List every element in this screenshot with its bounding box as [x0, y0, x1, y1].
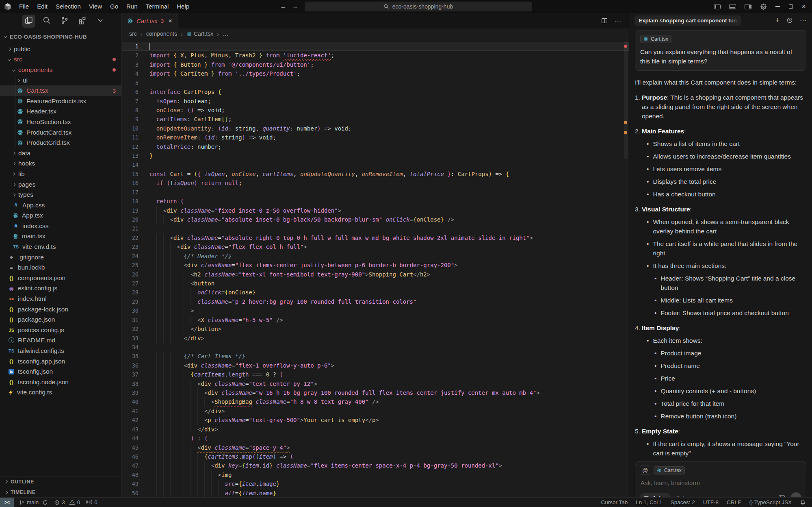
- code-line-7[interactable]: 7isOpen: boolean;: [122, 97, 629, 106]
- settings-gear-icon[interactable]: [760, 3, 767, 10]
- code-line-11[interactable]: 11onRemoveItem: (id: string) => void;: [122, 133, 629, 142]
- code-line-50[interactable]: 50alt={item.name}: [122, 489, 629, 497]
- file-bun-lockb[interactable]: ≡bun.lockb: [0, 262, 121, 273]
- chat-input[interactable]: @ Cart.tsx Ask, learn, brainstorm: [635, 461, 806, 497]
- code-line-15[interactable]: 15const Cart = ({ isOpen, onClose, cartI…: [122, 170, 629, 178]
- mode-selector[interactable]: Ask: [640, 493, 671, 497]
- new-chat-icon[interactable]: +: [775, 17, 780, 24]
- code-line-32[interactable]: 32</button>: [122, 324, 629, 333]
- status-cursor-tab[interactable]: Cursor Tab: [601, 499, 628, 505]
- file-app-tsx[interactable]: App.tsx: [0, 211, 121, 221]
- breadcrumb-item-cart.tsx[interactable]: Cart.tsx: [186, 30, 213, 37]
- file-package-lock-json[interactable]: {}package-lock.json: [0, 304, 121, 315]
- code-line-18[interactable]: 18return (: [122, 197, 629, 206]
- input-context-chip[interactable]: Cart.tsx: [654, 466, 685, 474]
- code-line-24[interactable]: 24{/* Header */}: [122, 252, 629, 261]
- folder-hooks[interactable]: hooks: [0, 159, 121, 169]
- pane-outline[interactable]: OUTLINE: [0, 476, 121, 487]
- bell-icon[interactable]: [800, 499, 806, 505]
- send-button[interactable]: ↑: [790, 492, 801, 497]
- status-crlf[interactable]: CRLF: [727, 499, 741, 505]
- file-cart-tsx[interactable]: Cart.tsx3: [0, 85, 121, 96]
- file-herosection-tsx[interactable]: HeroSection.tsx: [0, 117, 121, 127]
- code-line-48[interactable]: 48<img: [122, 470, 629, 479]
- chat-more-icon[interactable]: ⋯: [800, 17, 807, 24]
- split-editor-icon[interactable]: [601, 17, 608, 24]
- folder-data[interactable]: data: [0, 148, 121, 159]
- model-selector[interactable]: Auto: [676, 495, 692, 497]
- code-line-20[interactable]: 20<div className="absolute inset-0 bg-bl…: [122, 215, 629, 224]
- code-line-26[interactable]: 26<h2 className="text-xl font-semibold t…: [122, 270, 629, 279]
- window-maximize-icon[interactable]: [789, 4, 793, 9]
- scrollbar-thumb[interactable]: [624, 41, 628, 159]
- code-line-25[interactable]: 25<div className="flex items-center just…: [122, 261, 629, 270]
- code-line-40[interactable]: 40<ShoppingBag className="h-8 w-8 text-g…: [122, 397, 629, 406]
- code-line-21[interactable]: 21: [122, 224, 629, 233]
- toggle-panel-icon[interactable]: [729, 4, 736, 9]
- code-line-34[interactable]: 34: [122, 343, 629, 352]
- breadcrumb-item-more[interactable]: …: [223, 30, 228, 37]
- remote-indicator[interactable]: ><: [0, 498, 14, 507]
- folder-components[interactable]: components: [0, 65, 121, 75]
- nav-forward-icon[interactable]: →: [292, 3, 299, 10]
- activity-search[interactable]: [39, 15, 54, 28]
- attach-image-icon[interactable]: [778, 494, 785, 497]
- folder-lib[interactable]: lib: [0, 169, 121, 179]
- menu-go[interactable]: Go: [106, 0, 122, 13]
- code-line-39[interactable]: 39<div className="w-16 h-16 bg-gray-100 …: [122, 388, 629, 397]
- tab-cart-tsx[interactable]: Cart.tsx 3 ×: [122, 13, 178, 28]
- code-line-3[interactable]: 3import { Button } from '@/components/ui…: [122, 60, 629, 69]
- code-line-5[interactable]: 5: [122, 78, 629, 87]
- code-line-1[interactable]: 1: [122, 42, 629, 51]
- menu-help[interactable]: Help: [173, 0, 193, 13]
- code-line-49[interactable]: 49src={item.image}: [122, 479, 629, 488]
- code-line-36[interactable]: 36<div className="flex-1 overflow-y-auto…: [122, 361, 629, 370]
- toggle-secondary-sidebar-icon[interactable]: [745, 4, 751, 9]
- code-line-37[interactable]: 37{cartItems.length === 0 ? (: [122, 370, 629, 379]
- status-spaces-2[interactable]: Spaces: 2: [671, 499, 695, 505]
- code-line-19[interactable]: 19<div className="fixed inset-0 z-50 ove…: [122, 206, 629, 215]
- nav-back-icon[interactable]: ←: [280, 3, 287, 10]
- git-branch-status[interactable]: main: [19, 499, 48, 505]
- menu-run[interactable]: Run: [122, 0, 142, 13]
- file-index-html[interactable]: <>index.html: [0, 294, 121, 304]
- file-index-css[interactable]: #index.css: [0, 221, 121, 231]
- code-line-33[interactable]: 33</div>: [122, 334, 629, 343]
- history-icon[interactable]: [786, 17, 793, 24]
- code-line-35[interactable]: 35{/* Cart Items */}: [122, 352, 629, 361]
- problems-status[interactable]: 3 0: [54, 499, 80, 505]
- code-line-42[interactable]: 42<p className="text-gray-500">Your cart…: [122, 416, 629, 424]
- code-line-2[interactable]: 2import { X, Plus, Minus, Trash2 } from …: [122, 51, 629, 60]
- file-tsconfig-json[interactable]: tstsconfig.json: [0, 366, 121, 377]
- activity-extensions[interactable]: [75, 15, 90, 28]
- folder-types[interactable]: types: [0, 189, 121, 200]
- file-productcard-tsx[interactable]: ProductCard.tsx: [0, 127, 121, 138]
- code-line-14[interactable]: 14: [122, 160, 629, 169]
- folder-pages[interactable]: pages: [0, 179, 121, 190]
- activity-chevron-down[interactable]: [93, 15, 108, 27]
- file-vite-env-d-ts[interactable]: TSvite-env.d.ts: [0, 242, 121, 252]
- overview-ruler[interactable]: [623, 39, 629, 497]
- file-components-json[interactable]: {}components.json: [0, 273, 121, 283]
- pane-timeline[interactable]: TIMELINE: [0, 487, 121, 497]
- context-chip[interactable]: Cart.tsx: [640, 35, 671, 43]
- code-line-8[interactable]: 8onClose: () => void;: [122, 106, 629, 115]
- code-line-43[interactable]: 43</div>: [122, 425, 629, 434]
- activity-source-control[interactable]: [57, 15, 72, 28]
- status--typescript-jsx[interactable]: {} TypeScript JSX: [749, 499, 792, 505]
- code-line-45[interactable]: 45<div className="space-y-4">: [122, 443, 629, 452]
- status-utf-8[interactable]: UTF-8: [703, 499, 719, 505]
- code-line-12[interactable]: 12totalPrice: number;: [122, 142, 629, 151]
- status-ln-1-col-1[interactable]: Ln 1, Col 1: [636, 499, 662, 505]
- code-line-28[interactable]: 28onClick={onClose}: [122, 288, 629, 297]
- file-featuredproducts-tsx[interactable]: FeaturedProducts.tsx: [0, 96, 121, 107]
- folder-ui[interactable]: ui: [0, 75, 121, 86]
- code-line-9[interactable]: 9cartItems: CartItem[];: [122, 115, 629, 124]
- code-line-41[interactable]: 41</div>: [122, 407, 629, 416]
- file-tsconfig-app-json[interactable]: {}tsconfig.app.json: [0, 356, 121, 367]
- editor-more-actions-icon[interactable]: ⋯: [615, 17, 621, 25]
- file--gitignore[interactable]: ◆.gitignore: [0, 252, 121, 263]
- tab-close-icon[interactable]: ×: [168, 17, 172, 24]
- file-eslint-config-js[interactable]: ◉eslint.config.js: [0, 283, 121, 294]
- activity-files[interactable]: [21, 15, 37, 28]
